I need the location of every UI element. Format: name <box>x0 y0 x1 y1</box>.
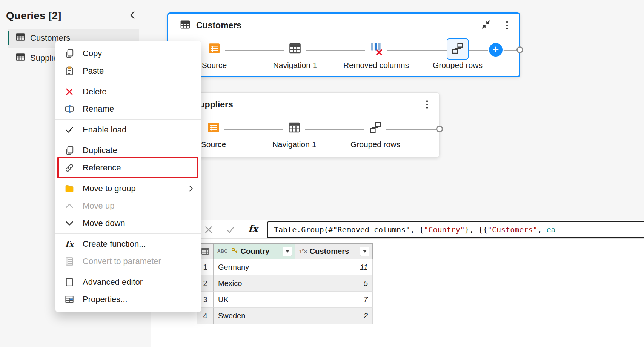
cell-customers[interactable]: 7 <box>295 292 373 308</box>
fx-icon: fx <box>64 238 75 250</box>
menu-separator <box>55 233 201 234</box>
grouped-rows-icon <box>369 121 382 135</box>
menu-item-label: Enable load <box>83 125 126 135</box>
formula-text: Table.Group(#"Removed columns", { <box>274 225 424 234</box>
menu-item-delete[interactable]: Delete <box>55 83 201 100</box>
more-icon[interactable] <box>505 20 510 31</box>
cell-country[interactable]: Mexico <box>214 275 295 292</box>
menu-item-paste[interactable]: Paste <box>55 62 201 80</box>
step-label: Grouped rows <box>418 61 497 70</box>
chevron-up-icon <box>64 200 75 212</box>
properties-icon <box>64 294 75 305</box>
collapse-pane-button[interactable] <box>128 10 138 21</box>
step-grouped-rows[interactable]: Grouped rows <box>418 38 497 70</box>
more-icon[interactable] <box>425 99 430 110</box>
formula-text: }, {{ <box>465 225 487 234</box>
removed-columns-icon <box>369 41 383 57</box>
cell-customers[interactable]: 5 <box>295 275 373 292</box>
card-title: Customers <box>196 20 241 31</box>
menu-item-move-up: Move up <box>55 197 201 215</box>
table-icon <box>15 32 26 45</box>
queries-pane-title: Queries [2] <box>6 10 61 22</box>
menu-item-rename[interactable]: Rename <box>55 100 201 118</box>
rename-icon <box>64 103 75 115</box>
add-step-button[interactable]: + <box>488 42 504 58</box>
output-port[interactable] <box>516 46 523 53</box>
formula-text: , <box>537 225 546 234</box>
table-icon <box>287 121 301 136</box>
step-label: Navigation 1 <box>255 140 334 149</box>
step-label: Removed columns <box>337 61 416 70</box>
cell-country[interactable]: UK <box>214 292 295 308</box>
formula-text: "Country" <box>424 225 464 234</box>
table-row: 2 Mexico 5 <box>197 275 373 292</box>
menu-item-label: Advanced editor <box>83 277 143 287</box>
menu-item-properties[interactable]: Properties... <box>55 291 201 308</box>
step-label: Grouped rows <box>336 140 415 149</box>
cell-country[interactable]: Sweden <box>214 308 295 324</box>
data-preview-grid: ABC Country 123 Customers 1 Germany 11 2… <box>197 243 373 324</box>
chevron-right-icon <box>187 184 195 193</box>
menu-separator <box>55 81 201 81</box>
menu-item-label: Paste <box>83 66 104 76</box>
column-name: Customers <box>310 247 349 256</box>
delete-icon <box>64 86 75 97</box>
menu-item-label: Convert to parameter <box>83 256 161 266</box>
commit-icon[interactable] <box>226 225 235 235</box>
cell-customers[interactable]: 11 <box>295 259 373 275</box>
step-navigation[interactable]: Navigation 1 <box>255 118 334 149</box>
table-row: 3 UK 7 <box>197 292 373 308</box>
chevron-down-icon <box>64 218 75 229</box>
power-query-diagram-view: Customers Source <box>0 0 644 347</box>
menu-separator <box>55 272 201 272</box>
grouped-rows-icon <box>451 42 464 56</box>
collapse-icon[interactable] <box>481 19 491 31</box>
menu-item-label: Delete <box>83 87 107 97</box>
menu-item-label: Copy <box>83 49 102 58</box>
card-header: Suppliers <box>169 93 439 116</box>
divider <box>265 224 265 235</box>
menu-separator <box>55 119 201 120</box>
formula-input[interactable]: Table.Group(#"Removed columns", {"Countr… <box>267 221 644 238</box>
query-card-customers[interactable]: Customers Source <box>167 12 520 77</box>
menu-item-advanced-editor[interactable]: Advanced editor <box>55 273 201 291</box>
key-icon <box>231 247 238 256</box>
menu-item-move-to-group[interactable]: Move to group <box>55 180 201 197</box>
menu-item-create-function[interactable]: fx Create function... <box>55 235 201 253</box>
copy-icon <box>64 48 75 59</box>
filter-dropdown-button[interactable] <box>360 247 369 256</box>
menu-item-label: Duplicate <box>83 146 117 155</box>
paste-icon <box>64 65 75 77</box>
column-header-customers[interactable]: 123 Customers <box>295 243 373 259</box>
menu-item-label: Move to group <box>83 184 136 193</box>
cell-country[interactable]: Germany <box>214 259 295 275</box>
menu-separator <box>55 140 201 140</box>
steps-track: Source Navigation 1 Grouped rows <box>169 116 439 157</box>
advanced-editor-icon <box>64 276 75 288</box>
step-label: Navigation 1 <box>255 61 335 70</box>
step-navigation[interactable]: Navigation 1 <box>255 38 335 70</box>
menu-item-move-down[interactable]: Move down <box>55 215 201 232</box>
fx-icon: fx <box>248 223 258 234</box>
menu-item-copy[interactable]: Copy <box>55 45 201 62</box>
cell-customers[interactable]: 2 <box>295 308 373 324</box>
step-grouped-rows[interactable]: Grouped rows <box>336 118 415 149</box>
chevron-down-icon <box>363 250 367 253</box>
menu-item-label: Move up <box>83 201 114 211</box>
menu-item-enable-load[interactable]: Enable load <box>55 121 201 138</box>
steps-track: Source Navigation 1 Removed columns <box>168 37 519 76</box>
parameter-icon <box>64 256 75 267</box>
step-removed-columns[interactable]: Removed columns <box>337 38 416 70</box>
query-card-suppliers[interactable]: Suppliers Source Navigation 1 <box>169 92 440 157</box>
output-port[interactable] <box>436 126 443 132</box>
formula-bar: fx Table.Group(#"Removed columns", {"Cou… <box>151 220 644 239</box>
cancel-icon[interactable] <box>204 225 214 235</box>
menu-item-convert-to-parameter: Convert to parameter <box>55 253 201 270</box>
source-icon <box>207 41 221 57</box>
column-header-country[interactable]: ABC Country <box>214 243 295 259</box>
annotation-highlight-reference <box>57 157 198 178</box>
filter-dropdown-button[interactable] <box>283 247 292 256</box>
text-abc-icon: ABC <box>217 249 228 254</box>
table-icon <box>180 19 191 32</box>
table-row: 4 Sweden 2 <box>197 308 373 324</box>
